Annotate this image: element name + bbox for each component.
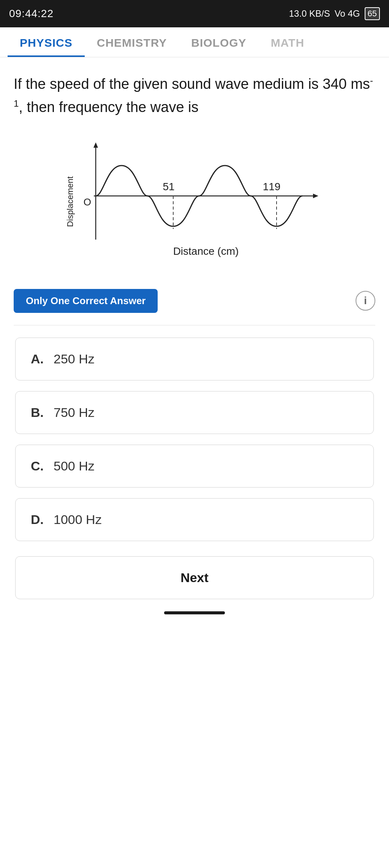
status-time: 09:44:22: [9, 8, 54, 20]
svg-text:O: O: [84, 196, 91, 208]
tab-bar: PHYSICS CHEMISTRY BIOLOGY MATH: [0, 27, 389, 57]
option-b-text: 750 Hz: [54, 405, 95, 420]
status-bar: 09:44:22 13.0 KB/S Vo 4G 65: [0, 0, 389, 27]
tab-math[interactable]: MATH: [259, 27, 316, 57]
option-c[interactable]: C. 500 Hz: [15, 445, 374, 488]
svg-text:51: 51: [163, 181, 174, 193]
tab-biology[interactable]: BIOLOGY: [179, 27, 258, 57]
svg-text:Displacement: Displacement: [65, 176, 75, 227]
divider: [14, 325, 375, 325]
option-c-letter: C.: [31, 459, 44, 473]
tab-physics[interactable]: PHYSICS: [8, 27, 85, 57]
option-d-letter: D.: [31, 512, 44, 527]
option-a-letter: A.: [31, 352, 44, 366]
option-d[interactable]: D. 1000 Hz: [15, 498, 374, 541]
info-icon[interactable]: i: [356, 291, 375, 311]
signal-info: Vo 4G: [335, 8, 360, 19]
options-list: A. 250 Hz B. 750 Hz C. 500 Hz D. 1000 Hz: [14, 338, 375, 541]
svg-text:119: 119: [263, 181, 281, 193]
bottom-bar: [164, 611, 225, 614]
svg-text:Distance (cm): Distance (cm): [173, 245, 239, 257]
question-text: If the speed of the given sound wave med…: [14, 73, 375, 119]
svg-marker-4: [313, 194, 318, 198]
option-c-text: 500 Hz: [54, 459, 95, 473]
svg-marker-2: [93, 142, 98, 148]
option-d-text: 1000 Hz: [54, 512, 102, 527]
wave-diagram: Displacement O: [14, 137, 375, 266]
next-button[interactable]: Next: [15, 556, 374, 599]
battery-icon: 65: [365, 7, 380, 20]
tab-chemistry[interactable]: CHEMISTRY: [85, 27, 179, 57]
status-right: 13.0 KB/S Vo 4G 65: [289, 7, 380, 20]
answer-badge: Only One Correct Answer: [14, 289, 158, 313]
option-b-letter: B.: [31, 405, 44, 420]
option-a-text: 250 Hz: [54, 352, 95, 366]
main-content: If the speed of the given sound wave med…: [0, 57, 389, 614]
option-b[interactable]: B. 750 Hz: [15, 391, 374, 434]
option-a[interactable]: A. 250 Hz: [15, 338, 374, 380]
network-speed: 13.0 KB/S: [289, 8, 330, 19]
answer-type-row: Only One Correct Answer i: [14, 289, 375, 313]
